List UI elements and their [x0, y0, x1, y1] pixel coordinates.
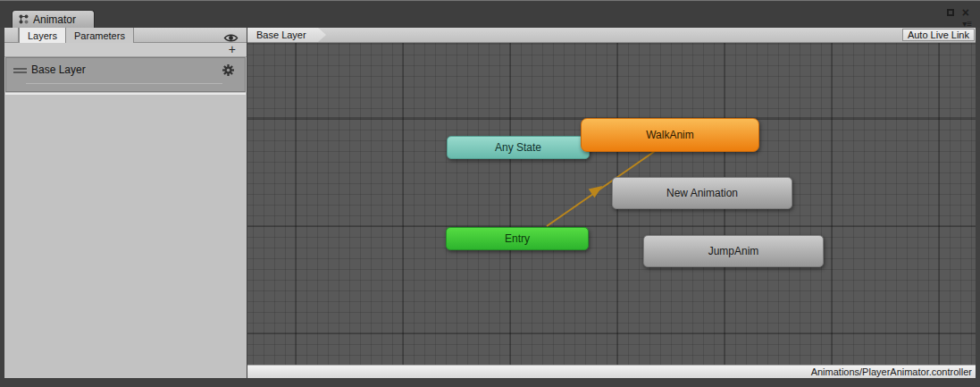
layers-panel: Layers Parameters + Base Layer: [4, 28, 247, 378]
layer-name: Base Layer: [31, 63, 86, 76]
layer-add-row: +: [4, 43, 247, 57]
state-node-any-state[interactable]: Any State: [447, 136, 590, 159]
state-node-jumpanim[interactable]: JumpAnim: [643, 235, 824, 267]
state-machine-canvas[interactable]: Any State WalkAnim New Animation Entry J…: [247, 43, 976, 366]
maximize-icon[interactable]: [947, 9, 954, 16]
state-node-entry[interactable]: Entry: [446, 227, 589, 250]
graph-toolbar: Base Layer Auto Live Link: [247, 28, 976, 43]
controller-path: Animations/PlayerAnimator.controller: [811, 366, 972, 377]
drag-handle-icon[interactable]: [13, 68, 27, 73]
animator-window: Animator × ▾≡ Layers Parameters + Base L…: [0, 0, 980, 387]
tab-layers[interactable]: Layers: [19, 28, 66, 43]
state-node-walkanim[interactable]: WalkAnim: [581, 118, 759, 152]
layer-item-base-layer[interactable]: Base Layer: [5, 57, 246, 92]
breadcrumb[interactable]: Base Layer: [247, 28, 326, 42]
gear-icon[interactable]: [222, 63, 235, 80]
state-machine-area: Base Layer Auto Live Link Any State Walk…: [247, 28, 976, 378]
close-icon[interactable]: ×: [962, 7, 969, 18]
auto-live-link-button[interactable]: Auto Live Link: [902, 29, 975, 41]
window-title: Animator: [33, 13, 76, 26]
layer-list-divider: [5, 93, 246, 95]
layers-parameters-tabs: Layers Parameters: [4, 28, 247, 43]
layer-weight-slider[interactable]: [26, 83, 222, 84]
animator-tab[interactable]: Animator: [12, 10, 95, 28]
status-bar: Animations/PlayerAnimator.controller: [247, 365, 976, 378]
tab-parameters[interactable]: Parameters: [66, 28, 134, 43]
state-node-new-animation[interactable]: New Animation: [612, 177, 792, 209]
tab-spacer: [4, 28, 19, 42]
animator-icon: [18, 13, 29, 25]
titlebar: Animator × ▾≡: [0, 2, 980, 28]
add-layer-button[interactable]: +: [229, 43, 236, 56]
